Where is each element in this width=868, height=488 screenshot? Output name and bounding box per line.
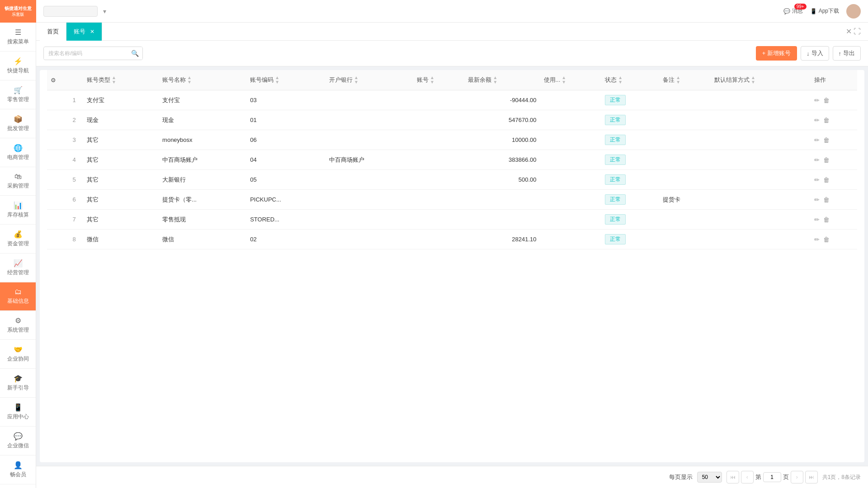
page-nav: ⏮ ‹ 第 页 › ⏭ — [726, 471, 818, 483]
sidebar-item-capital-mgmt[interactable]: 💰资金管理 — [0, 225, 36, 253]
delete-icon[interactable]: 🗑 — [823, 216, 830, 223]
edit-icon[interactable]: ✏ — [814, 156, 820, 164]
edit-icon[interactable]: ✏ — [814, 216, 820, 223]
table-container: ⚙ 账号类型 ▲▼ 账号名称 ▲▼ — [40, 70, 864, 462]
cell-seq: 1 — [65, 90, 83, 110]
cell-remark: 提货卡 — [659, 190, 711, 210]
edit-icon[interactable]: ✏ — [814, 117, 820, 124]
tab-home[interactable]: 首页 — [40, 23, 66, 41]
prev-page-button[interactable]: ‹ — [741, 471, 754, 483]
cell-account-code: 06 — [246, 130, 326, 150]
th-bank[interactable]: 开户银行 ▲▼ — [326, 70, 413, 90]
search-input[interactable] — [44, 47, 127, 59]
sidebar-label-app-center: 应用中心 — [7, 413, 29, 420]
first-page-button[interactable]: ⏮ — [726, 471, 739, 483]
message-icon: 💬 — [783, 8, 790, 14]
cell-latest-balance: 10000.00 — [464, 130, 540, 150]
page-content: 🔍 + 新增账号 ↓ 导入 ↑ 导出 ⚙ — [36, 41, 868, 488]
search-button[interactable]: 🔍 — [127, 47, 142, 60]
page-input[interactable] — [763, 472, 781, 482]
cell-operation: ✏ 🗑 — [811, 90, 857, 110]
sidebar-item-ecommerce-mgmt[interactable]: 🌐电商管理 — [0, 138, 36, 167]
tab-account[interactable]: 账号✕ — [66, 23, 102, 41]
cell-setting — [47, 210, 65, 230]
app-download-button[interactable]: 📱 App下载 — [810, 7, 839, 15]
import-button[interactable]: ↓ 导入 — [801, 46, 829, 61]
sidebar-item-member[interactable]: 👤畅会员 — [0, 455, 36, 484]
sidebar-item-retail-mgmt[interactable]: 🛒零售管理 — [0, 80, 36, 109]
th-account-type[interactable]: 账号类型 ▲▼ — [83, 70, 159, 90]
cell-account-name: 中百商场账户 — [159, 150, 246, 170]
sidebar-label-system-mgmt: 系统管理 — [7, 327, 29, 333]
edit-icon[interactable]: ✏ — [814, 196, 820, 203]
header-search-input[interactable] — [43, 6, 98, 17]
th-account-name[interactable]: 账号名称 ▲▼ — [159, 70, 246, 90]
cell-status: 正常 — [601, 190, 659, 210]
sidebar-item-enterprise-agmt[interactable]: 🤝企业协同 — [0, 340, 36, 369]
last-page-button[interactable]: ⏭ — [805, 471, 818, 483]
user-avatar[interactable] — [846, 4, 861, 19]
th-latest-balance[interactable]: 最新余额 ▲▼ — [464, 70, 540, 90]
th-usage[interactable]: 使用... ▲▼ — [540, 70, 602, 90]
tab-close-account[interactable]: ✕ — [90, 28, 94, 35]
cell-usage — [540, 150, 602, 170]
add-account-button[interactable]: + 新增账号 — [756, 46, 797, 61]
sidebar-item-search-menu[interactable]: ☰搜索菜单 — [0, 23, 36, 52]
sidebar-item-purchase-mgmt[interactable]: 🛍采购管理 — [0, 167, 36, 196]
cell-account-no — [413, 190, 464, 210]
th-status[interactable]: 状态 ▲▼ — [601, 70, 659, 90]
th-remark[interactable]: 备注 ▲▼ — [659, 70, 711, 90]
delete-icon[interactable]: 🗑 — [823, 236, 830, 243]
pagination-bar: 每页显示 50 100 200 ⏮ ‹ 第 页 › ⏭ 共1页，8条记录 — [36, 466, 868, 488]
sidebar-item-system-mgmt[interactable]: ⚙系统管理 — [0, 311, 36, 340]
sidebar-label-purchase-mgmt: 采购管理 — [7, 183, 29, 189]
cell-operation: ✏ 🗑 — [811, 230, 857, 249]
cell-account-type: 支付宝 — [83, 90, 159, 110]
delete-icon[interactable]: 🗑 — [823, 117, 830, 124]
sidebar-item-operation-mgmt[interactable]: 📈经营管理 — [0, 253, 36, 282]
th-account-code[interactable]: 账号编码 ▲▼ — [246, 70, 326, 90]
cell-seq: 3 — [65, 130, 83, 150]
logo-line2: 乐意版 — [5, 12, 32, 17]
sidebar-item-quick-nav[interactable]: ⚡快捷导航 — [0, 52, 36, 80]
sidebar-item-enterprise-wechat[interactable]: 💬企业微信 — [0, 427, 36, 455]
sidebar-item-beginner-guide[interactable]: 🎓新手引导 — [0, 369, 36, 398]
cell-default-settlement — [711, 110, 811, 130]
delete-icon[interactable]: 🗑 — [823, 136, 830, 144]
cell-account-type: 其它 — [83, 130, 159, 150]
sidebar-item-basic-info[interactable]: 🗂基础信息 — [0, 282, 36, 311]
cell-account-no — [413, 90, 464, 110]
cell-bank — [326, 190, 413, 210]
delete-icon[interactable]: 🗑 — [823, 196, 830, 203]
sidebar-item-inventory[interactable]: 📊库存核算 — [0, 196, 36, 225]
table-header-row: ⚙ 账号类型 ▲▼ 账号名称 ▲▼ — [47, 70, 857, 90]
th-default-settlement[interactable]: 默认结算方式 ▲▼ — [711, 70, 811, 90]
delete-icon[interactable]: 🗑 — [823, 156, 830, 164]
edit-icon[interactable]: ✏ — [814, 97, 820, 104]
next-page-button[interactable]: › — [791, 471, 803, 483]
sidebar-item-wholesale-mgmt[interactable]: 📦批发管理 — [0, 109, 36, 138]
edit-icon[interactable]: ✏ — [814, 176, 820, 183]
export-button[interactable]: ↑ 导出 — [833, 46, 861, 61]
total-info: 共1页，8条记录 — [822, 474, 861, 481]
sidebar-label-retail-mgmt: 零售管理 — [7, 96, 29, 103]
toolbar-actions: + 新增账号 ↓ 导入 ↑ 导出 — [756, 46, 861, 61]
cell-account-type: 其它 — [83, 190, 159, 210]
edit-icon[interactable]: ✏ — [814, 136, 820, 144]
cell-remark — [659, 170, 711, 190]
cell-account-code: 02 — [246, 230, 326, 249]
page-size-select[interactable]: 50 100 200 — [697, 472, 722, 483]
delete-icon[interactable]: 🗑 — [823, 97, 830, 104]
th-account-no[interactable]: 账号 ▲▼ — [413, 70, 464, 90]
header-dropdown-icon[interactable]: ▾ — [103, 8, 106, 15]
message-button[interactable]: 💬 消息 99+ — [783, 7, 803, 15]
th-setting[interactable]: ⚙ — [47, 70, 65, 90]
cell-account-name: 支付宝 — [159, 90, 246, 110]
maximize-icon[interactable]: ⛶ — [854, 28, 861, 36]
close-tab-icon[interactable]: ✕ — [846, 27, 852, 36]
cell-seq: 5 — [65, 170, 83, 190]
sidebar-item-app-center[interactable]: 📱应用中心 — [0, 398, 36, 427]
sidebar-label-enterprise-agmt: 企业协同 — [7, 356, 29, 362]
delete-icon[interactable]: 🗑 — [823, 176, 830, 183]
edit-icon[interactable]: ✏ — [814, 236, 820, 243]
